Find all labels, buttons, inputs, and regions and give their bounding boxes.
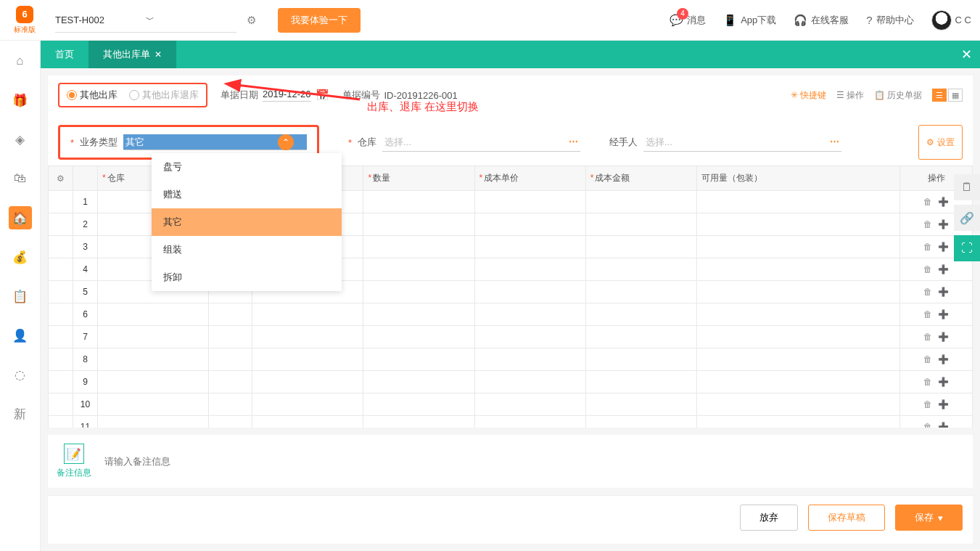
- company-select[interactable]: TEST-H002 ﹀: [55, 8, 236, 33]
- rail-expand-icon[interactable]: ⛶: [954, 235, 980, 261]
- table-row[interactable]: 11🗑➕: [49, 416, 973, 428]
- online-service[interactable]: 🎧 在线客服: [794, 14, 849, 27]
- grid-view-icon[interactable]: ▦: [948, 89, 963, 102]
- add-icon[interactable]: ➕: [938, 332, 949, 342]
- history-label: 历史单据: [887, 89, 922, 102]
- help-center[interactable]: ? 帮助中心: [866, 14, 913, 27]
- delete-icon[interactable]: 🗑: [923, 399, 932, 409]
- delete-icon[interactable]: 🗑: [923, 197, 932, 207]
- save-label: 保存: [915, 511, 934, 524]
- add-icon[interactable]: ➕: [938, 309, 949, 319]
- sidebar-gift-icon[interactable]: 🎁: [9, 89, 32, 112]
- delete-icon[interactable]: 🗑: [923, 242, 932, 252]
- delete-icon[interactable]: 🗑: [923, 287, 932, 297]
- note-icon: 📝: [64, 444, 84, 464]
- dropdown-item[interactable]: 拆卸: [152, 264, 342, 291]
- draft-button[interactable]: 保存草稿: [808, 505, 885, 531]
- settings-button[interactable]: ⚙ 设置: [918, 125, 963, 160]
- rail-link-icon[interactable]: 🔗: [954, 205, 980, 231]
- gear-icon[interactable]: ⚙: [247, 14, 256, 27]
- date-value: 2019-12-26: [263, 89, 311, 102]
- user-menu[interactable]: C C: [931, 10, 971, 30]
- delete-icon[interactable]: 🗑: [923, 422, 932, 428]
- close-icon[interactable]: ✕: [155, 49, 162, 60]
- sidebar-bag-icon[interactable]: 🛍: [9, 167, 32, 190]
- shortcut-label: 快捷键: [800, 89, 826, 102]
- sidebar-money-icon[interactable]: 💰: [9, 245, 32, 269]
- annotation-top: 出库、退库 在这里切换: [367, 100, 479, 114]
- warehouse-label: 仓库: [358, 136, 376, 149]
- delete-icon[interactable]: 🗑: [923, 332, 932, 342]
- table-row[interactable]: 8🗑➕: [49, 348, 973, 371]
- delete-icon[interactable]: 🗑: [923, 377, 932, 387]
- help-label: 帮助中心: [876, 14, 914, 27]
- add-icon[interactable]: ➕: [938, 399, 949, 409]
- delete-icon[interactable]: 🗑: [923, 309, 932, 319]
- table-row[interactable]: 9🗑➕: [49, 371, 973, 393]
- footer: 放弃 保存草稿 保存 ▾: [48, 495, 973, 544]
- shortcut-action[interactable]: ✳ 快捷键: [791, 89, 826, 102]
- radio-return[interactable]: 其他出库退库: [129, 89, 199, 102]
- more-icon[interactable]: ⋯: [569, 136, 578, 149]
- radio-dot-icon: [67, 90, 77, 100]
- table-row[interactable]: 10🗑➕: [49, 393, 973, 416]
- dropdown-item-selected[interactable]: 其它: [152, 208, 342, 236]
- tab-home-label: 首页: [55, 48, 74, 61]
- add-icon[interactable]: ➕: [938, 354, 949, 364]
- operator-field[interactable]: 经手人 选择...⋯: [609, 125, 841, 160]
- add-icon[interactable]: ➕: [938, 219, 949, 229]
- list-view-icon[interactable]: ☰: [932, 89, 947, 102]
- discard-button[interactable]: 放弃: [740, 505, 798, 531]
- dropdown-item[interactable]: 盘亏: [152, 153, 342, 181]
- add-icon[interactable]: ➕: [938, 377, 949, 387]
- logo[interactable]: 6 标准版: [9, 6, 41, 35]
- tabbar-close[interactable]: ✕: [952, 41, 980, 68]
- operator-select[interactable]: 选择...⋯: [643, 134, 841, 152]
- add-icon[interactable]: ➕: [938, 422, 949, 428]
- sidebar-home-icon[interactable]: ⌂: [9, 49, 32, 73]
- tab-active[interactable]: 其他出库单 ✕: [88, 41, 176, 68]
- biz-type-box: * 业务类型 ⌃ 盘亏 赠送 其它 组装 拆卸: [58, 125, 319, 160]
- add-icon[interactable]: ➕: [938, 264, 949, 274]
- date-field[interactable]: 单据日期 2019-12-26 📅: [221, 89, 329, 102]
- delete-icon[interactable]: 🗑: [923, 219, 932, 229]
- headset-icon: 🎧: [794, 14, 807, 27]
- form-row: * 业务类型 ⌃ 盘亏 赠送 其它 组装 拆卸 * 仓库 选择...⋯: [48, 115, 973, 166]
- radio-out[interactable]: 其他出库: [67, 89, 118, 102]
- table-row[interactable]: 6🗑➕: [49, 303, 973, 326]
- remarks-label: 📝 备注信息: [57, 444, 91, 479]
- table-row[interactable]: 7🗑➕: [49, 326, 973, 348]
- calendar-icon[interactable]: 📅: [316, 89, 329, 102]
- remarks: 📝 备注信息: [48, 435, 973, 488]
- sidebar-new-icon[interactable]: 新: [9, 402, 32, 425]
- sidebar-sync-icon[interactable]: ◌: [9, 363, 32, 386]
- topbar-right: 💬 消息 4 📱 App下载 🎧 在线客服 ? 帮助中心 C C: [670, 10, 971, 30]
- app-download-label: App下载: [741, 14, 776, 27]
- delete-icon[interactable]: 🗑: [923, 264, 932, 274]
- dropdown-item[interactable]: 组装: [152, 236, 342, 264]
- warehouse-select[interactable]: 选择...⋯: [382, 134, 580, 152]
- more-icon[interactable]: ⋯: [830, 136, 839, 149]
- add-icon[interactable]: ➕: [938, 242, 949, 252]
- biz-type-field[interactable]: * 业务类型 ⌃: [70, 134, 307, 150]
- sidebar-clipboard-icon[interactable]: 📋: [9, 285, 32, 308]
- save-button[interactable]: 保存 ▾: [895, 505, 963, 531]
- tab-home[interactable]: 首页: [41, 41, 88, 68]
- sidebar-warehouse-icon[interactable]: 🏠: [9, 206, 32, 229]
- history-action[interactable]: 📋 历史单据: [874, 89, 922, 102]
- sidebar-contact-icon[interactable]: 👤: [9, 324, 32, 347]
- delete-icon[interactable]: 🗑: [923, 354, 932, 364]
- rail-note-icon[interactable]: 🗒: [954, 174, 980, 200]
- try-button[interactable]: 我要体验一下: [278, 8, 361, 33]
- sidebar-diamond-icon[interactable]: ◈: [9, 128, 32, 151]
- warehouse-field[interactable]: * 仓库 选择...⋯: [348, 125, 580, 160]
- app-download[interactable]: 📱 App下载: [723, 14, 776, 27]
- add-icon[interactable]: ➕: [938, 197, 949, 207]
- chevron-up-icon[interactable]: ⌃: [278, 134, 294, 150]
- col-gear[interactable]: ⚙: [49, 166, 73, 191]
- dropdown-item[interactable]: 赠送: [152, 181, 342, 208]
- operate-action[interactable]: ☰ 操作: [836, 89, 864, 102]
- messages[interactable]: 💬 消息 4: [670, 14, 706, 27]
- remarks-input[interactable]: [104, 456, 964, 467]
- add-icon[interactable]: ➕: [938, 287, 949, 297]
